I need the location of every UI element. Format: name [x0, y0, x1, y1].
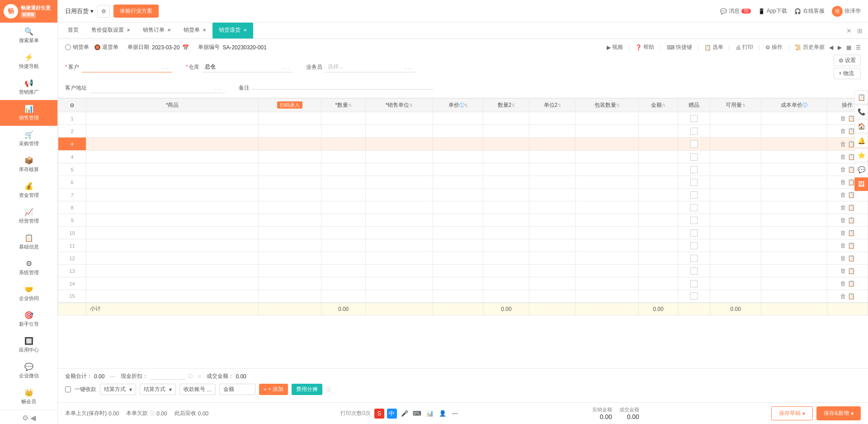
sidebar-item-marketing[interactable]: 📢营销推广: [0, 74, 57, 100]
user-profile[interactable]: 徐 徐泽华: [832, 6, 861, 17]
sidebar-item-enterprise[interactable]: 🤝企业协同: [0, 281, 57, 306]
copy-icon-9[interactable]: 📋: [848, 217, 855, 224]
notes-input[interactable]: [252, 86, 433, 90]
delete-icon-1[interactable]: 🗑: [840, 115, 846, 122]
copy-icon-2[interactable]: 📋: [848, 128, 855, 134]
cell-product-13[interactable]: [86, 265, 259, 277]
sidebar-item-operations[interactable]: 📈经营管理: [0, 203, 57, 229]
copy-icon-10[interactable]: 📋: [848, 229, 855, 236]
sidebar-item-guide[interactable]: 🎯新手引导: [0, 306, 57, 332]
gift-checkbox-6[interactable]: [690, 179, 698, 186]
delete-icon-9[interactable]: 🗑: [840, 217, 846, 224]
icon-mic[interactable]: 🎤: [400, 409, 410, 419]
sidebar-item-basic[interactable]: 📋基础信息: [0, 229, 57, 255]
sidebar-item-member[interactable]: 👑畅会员: [0, 384, 57, 410]
tab-price-extract[interactable]: 售价提取设置✕: [85, 23, 137, 38]
right-panel-btn-5[interactable]: ⭐: [854, 148, 868, 162]
delete-icon-10[interactable]: 🗑: [840, 229, 846, 236]
messages-btn[interactable]: 💬 消息 70: [720, 7, 751, 15]
cell-product-4[interactable]: [86, 151, 259, 163]
print-btn[interactable]: 🖨 打印: [736, 43, 753, 51]
sidebar-item-wechat[interactable]: 💬企业微信: [0, 358, 57, 384]
icon-table[interactable]: 📊: [425, 409, 435, 419]
col-settings[interactable]: ⚙: [58, 99, 86, 112]
delete-icon-4[interactable]: 🗑: [840, 153, 846, 160]
online-service-btn[interactable]: 🎧 在线客服: [794, 7, 825, 15]
tab-sales-order[interactable]: 销售订单✕: [137, 23, 177, 38]
delete-icon-2[interactable]: 🗑: [840, 128, 846, 134]
operate-btn[interactable]: ⚙ 操作: [765, 43, 783, 51]
gift-checkbox-3[interactable]: [690, 140, 698, 148]
shortcut-btn[interactable]: ⌨ 快捷键: [667, 43, 692, 51]
right-panel-btn-3[interactable]: 🏠: [854, 119, 868, 133]
sidebar-item-apps[interactable]: 🔲应用中心: [0, 332, 57, 358]
delete-icon-3[interactable]: 🗑: [840, 141, 846, 148]
calc-select[interactable]: 结算方式 ▾: [140, 384, 176, 395]
customer-input[interactable]: ...: [82, 62, 172, 72]
delete-icon-8[interactable]: 🗑: [840, 204, 846, 211]
sidebar-item-inventory[interactable]: 📦库存核算: [0, 152, 57, 177]
delete-icon-13[interactable]: 🗑: [840, 267, 846, 274]
gift-checkbox-5[interactable]: [690, 166, 698, 173]
fee-split-btn[interactable]: 费用分摊: [292, 384, 322, 395]
sidebar-item-system[interactable]: ⚙系统管理: [0, 255, 57, 281]
cell-product-10[interactable]: [86, 227, 259, 239]
cell-product-7[interactable]: [86, 189, 259, 201]
copy-icon-8[interactable]: 📋: [848, 204, 855, 211]
right-panel-btn-1[interactable]: 📋: [854, 91, 868, 104]
gift-checkbox-11[interactable]: [690, 242, 698, 249]
cell-product-5[interactable]: [86, 163, 259, 176]
save-new-btn[interactable]: 保存&新增 ▾: [816, 406, 861, 420]
tab-sales-return[interactable]: 销货退货✕: [212, 23, 253, 38]
tab-close-sales-return[interactable]: ✕: [243, 28, 247, 33]
history-btn[interactable]: 📜 历史单据: [795, 43, 825, 51]
cell-product-14[interactable]: [86, 277, 259, 290]
gift-checkbox-15[interactable]: [690, 292, 698, 300]
list-view-btn[interactable]: ☰: [856, 44, 861, 51]
right-panel-btn-2[interactable]: 📞: [854, 105, 868, 119]
tab-home[interactable]: 首页: [61, 23, 85, 38]
copy-icon-5[interactable]: 📋: [848, 166, 855, 173]
gift-checkbox-7[interactable]: [690, 191, 698, 199]
gift-checkbox-8[interactable]: [690, 204, 698, 211]
delete-icon-6[interactable]: 🗑: [840, 179, 846, 186]
gift-checkbox-1[interactable]: [690, 115, 698, 122]
add-row-btn[interactable]: +: [68, 139, 77, 148]
video-btn[interactable]: ▶ 视频: [607, 43, 623, 51]
cell-product-3[interactable]: [86, 138, 259, 151]
account-select[interactable]: 收款账号 ...: [179, 384, 216, 395]
gift-checkbox-9[interactable]: [690, 217, 698, 224]
topbar-settings-btn[interactable]: ⚙: [97, 5, 110, 18]
sidebar-item-finance[interactable]: 💰资金管理: [0, 177, 57, 203]
delete-icon-7[interactable]: 🗑: [840, 191, 846, 198]
delete-icon-14[interactable]: 🗑: [840, 280, 846, 287]
date-value[interactable]: 2023-03-20: [152, 44, 179, 51]
tab-close-sales-order[interactable]: ✕: [167, 28, 171, 33]
copy-icon-3[interactable]: 📋: [848, 141, 855, 148]
gift-checkbox-13[interactable]: [690, 267, 698, 275]
copy-icon-4[interactable]: 📋: [848, 153, 855, 160]
icon-more[interactable]: ⋯: [450, 409, 460, 419]
tab-close-price-extract[interactable]: ✕: [127, 28, 130, 33]
trial-btn[interactable]: 体验行业方案: [113, 5, 159, 18]
prev-btn[interactable]: ◀: [829, 44, 833, 51]
sidebar-item-search[interactable]: 🔍搜索菜单: [0, 23, 57, 48]
delete-icon-11[interactable]: 🗑: [840, 242, 846, 249]
copy-icon-15[interactable]: 📋: [848, 293, 855, 300]
copy-icon-14[interactable]: 📋: [848, 280, 855, 287]
cell-product-6[interactable]: [86, 176, 259, 189]
address-input[interactable]: ...: [90, 83, 225, 93]
icon-keyboard[interactable]: ⌨: [412, 409, 422, 419]
settlement-select[interactable]: 结算方式 ▾: [100, 384, 136, 395]
copy-icon-7[interactable]: 📋: [848, 191, 855, 198]
logistics-btn[interactable]: + 物流: [834, 68, 861, 79]
copy-icon-1[interactable]: 📋: [848, 115, 855, 122]
sidebar-item-purchase[interactable]: 🛒采购管理: [0, 126, 57, 152]
cash-discount-input[interactable]: [150, 373, 186, 380]
sidebar-item-quick-nav[interactable]: ⚡快捷导航: [0, 48, 57, 74]
gift-checkbox-2[interactable]: [690, 128, 698, 135]
sales-delivery-radio[interactable]: 销货单: [65, 43, 89, 51]
cell-product-1[interactable]: [86, 112, 259, 125]
section-dropdown[interactable]: 日用百货 ▾: [65, 7, 94, 15]
icon-s[interactable]: S: [374, 409, 384, 419]
